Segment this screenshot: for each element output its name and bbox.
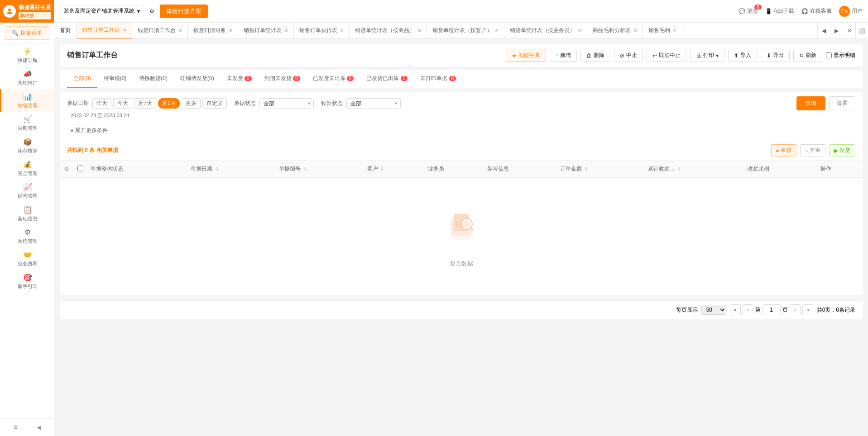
page-last-button[interactable]: »: [802, 304, 813, 315]
tab-fullscreen[interactable]: ⬜: [855, 23, 868, 39]
col-date[interactable]: 单据日期 ⇅: [187, 161, 275, 178]
app-download-button[interactable]: 📱 App下载: [765, 7, 794, 15]
page-number-input[interactable]: [762, 304, 781, 315]
tab-cash-reconcile-close[interactable]: ✕: [229, 28, 232, 33]
sidebar-item-quick-nav[interactable]: ⚡ 快捷导航: [0, 44, 54, 66]
subtab-pending-review[interactable]: 待审核(0): [97, 70, 133, 88]
subtab-expired-not-shipped[interactable]: 到期未发货 0: [258, 70, 307, 88]
refresh-button[interactable]: ↻ 刷新: [793, 49, 822, 62]
tab-sales-summary-customer[interactable]: 销货单统计表（按客户） ✕: [427, 23, 504, 39]
subtab-wangpu-ship[interactable]: 旺铺待发货(0): [174, 70, 221, 88]
show-detail-checkbox[interactable]: [826, 52, 832, 58]
tab-cash-daily[interactable]: 钱货日清工作台 ✕: [132, 23, 188, 39]
tab-sales-exec-close[interactable]: ✕: [340, 28, 344, 33]
search-menu-button[interactable]: 🔍 搜索菜单: [4, 26, 50, 40]
status-select[interactable]: 全部: [259, 98, 314, 109]
set-button[interactable]: 设置: [829, 96, 855, 110]
delete-button[interactable]: 🗑 删除: [580, 49, 610, 62]
cancel-audit-button[interactable]: ○ 弃审: [800, 144, 825, 156]
tab-sales-summary-product[interactable]: 销货单统计表（按商品） ✕: [350, 23, 427, 39]
sidebar-item-operation[interactable]: 📈 经营管理: [0, 180, 54, 202]
subtab-not-printed[interactable]: 未打印单据 0: [414, 70, 462, 88]
tab-sales-exec[interactable]: 销售订单执行表 ✕: [294, 23, 350, 39]
col-amount[interactable]: 订单金额 ⇅: [556, 161, 645, 178]
col-customer[interactable]: 客户 ⇅: [364, 161, 424, 178]
subtab-pending-inspect[interactable]: 待拣验货(0): [133, 70, 174, 88]
tab-sales-summary-product-label: 销货单统计表（按商品）: [355, 27, 415, 34]
tab-sales-summary-staff-close[interactable]: ✕: [578, 28, 581, 33]
select-all-checkbox[interactable]: [77, 166, 83, 171]
expand-more-button[interactable]: ▾ 展开更多条件: [67, 125, 111, 136]
tab-scroll-right[interactable]: ▶: [830, 23, 843, 39]
col-settings[interactable]: ⚙: [60, 161, 73, 178]
col-collected[interactable]: 累计收款... ⇅: [644, 161, 744, 178]
tab-cash-daily-close[interactable]: ✕: [178, 28, 182, 33]
industry-button[interactable]: 体验行业方案: [160, 5, 208, 18]
online-service-button[interactable]: 🎧 在线客服: [801, 7, 832, 15]
tab-cash-reconcile[interactable]: 钱货日清对账 ✕: [188, 23, 238, 39]
cancel-stop-button[interactable]: ↩ 取消中止: [647, 49, 686, 62]
subtab-shipped-out[interactable]: 已发货已出库 0: [360, 70, 414, 88]
data-table: ⚙ 单据整体状态 单据日期 ⇅ 单据编号 ⇅: [60, 161, 863, 178]
tab-sales-summary-staff[interactable]: 销货单统计表（按业务员） ✕: [504, 23, 587, 39]
show-detail-label[interactable]: 显示明细: [826, 52, 855, 59]
user-menu[interactable]: Ea 用户: [839, 6, 863, 17]
tab-sales-stats[interactable]: 销售订单统计表 ✕: [238, 23, 294, 39]
import-button[interactable]: ⬆ 导入: [728, 49, 757, 62]
sidebar-collapse-button[interactable]: ◀: [35, 422, 43, 432]
sidebar-item-guide[interactable]: 🎯 新手引导: [0, 270, 54, 293]
tab-home[interactable]: 首页: [54, 23, 77, 39]
logo-icon: [3, 5, 16, 18]
date-yesterday[interactable]: 昨天: [92, 98, 111, 109]
date-custom[interactable]: 自定义: [202, 98, 227, 109]
date-7days[interactable]: 近7天: [134, 98, 156, 109]
page-prev-button[interactable]: ‹: [743, 304, 753, 315]
page-first-button[interactable]: «: [730, 304, 741, 315]
tab-product-margin-close[interactable]: ✕: [633, 28, 637, 33]
content-area: 销售订单工作台 ★ 智能生单 + 新增 🗑 删除 ⊘ 中止 ↩: [54, 39, 868, 436]
print-button[interactable]: 🖨 打印 ▾: [690, 49, 724, 62]
subtab-shipped-not-out[interactable]: 已发货未出库 0: [307, 70, 360, 88]
export-button[interactable]: ⬇ 导出: [761, 49, 790, 62]
tab-sales-summary-product-close[interactable]: ✕: [417, 28, 421, 33]
audit-button[interactable]: ● 审核: [771, 144, 796, 156]
tab-scroll-left[interactable]: ◀: [817, 23, 830, 39]
tab-sales-workbench[interactable]: 销售订单工作台 ✕: [77, 23, 132, 39]
per-page-select[interactable]: 50 100: [701, 305, 726, 315]
tab-product-margin[interactable]: 商品毛利分析表 ✕: [587, 23, 643, 39]
tab-sales-stats-close[interactable]: ✕: [284, 28, 288, 33]
sidebar-item-sales[interactable]: 📊 销售管理: [0, 89, 54, 112]
col-staff[interactable]: 业务员: [424, 161, 484, 178]
sidebar-item-basic-info[interactable]: 📋 基础信息: [0, 202, 54, 225]
date-today[interactable]: 今天: [113, 98, 132, 109]
tab-sales-workbench-close[interactable]: ✕: [123, 28, 126, 33]
horizontal-scrollbar[interactable]: [60, 295, 863, 300]
sidebar-item-marketing[interactable]: 📣 营销推广: [0, 66, 54, 89]
settings-button[interactable]: ⚙: [148, 6, 156, 16]
tab-sales-summary-customer-close[interactable]: ✕: [495, 28, 499, 33]
smart-create-button[interactable]: ★ 智能生单: [506, 49, 546, 62]
stop-button[interactable]: ⊘ 中止: [614, 49, 643, 62]
payment-select[interactable]: 全部: [346, 98, 401, 109]
sidebar-item-system[interactable]: ⚙ 系统管理: [0, 225, 54, 247]
tab-sales-profit-close[interactable]: ✕: [673, 28, 676, 33]
col-number[interactable]: 单据编号 ⇅: [275, 161, 364, 178]
sidebar-item-inventory[interactable]: 📦 库存核算: [0, 134, 54, 157]
tab-sales-profit[interactable]: 销售毛利 ✕: [643, 23, 682, 39]
sidebar-item-purchase[interactable]: 🛒 采购管理: [0, 112, 54, 134]
ship-button[interactable]: ▶ 发货: [829, 144, 855, 156]
message-button[interactable]: 💬 6 消息: [739, 7, 758, 15]
sidebar-item-finance[interactable]: 💰 资金管理: [0, 157, 54, 180]
system-selector[interactable]: 装备及固定资产辅助管理系统 ▾: [60, 5, 144, 17]
col-checkbox: [73, 161, 87, 178]
date-more[interactable]: 更多: [182, 98, 201, 109]
subtab-all[interactable]: 全部(0): [67, 70, 97, 88]
date-1month[interactable]: 近1月: [158, 98, 180, 109]
new-button[interactable]: + 新增: [550, 49, 577, 62]
page-next-button[interactable]: ›: [790, 304, 801, 315]
sidebar-item-enterprise[interactable]: 🤝 企业协同: [0, 247, 54, 270]
subtab-not-shipped[interactable]: 未发货 0: [221, 70, 258, 88]
query-button[interactable]: 查询: [796, 96, 825, 110]
tab-close-all[interactable]: ✕: [843, 23, 855, 39]
sidebar-settings-button[interactable]: ⚙: [11, 422, 20, 432]
